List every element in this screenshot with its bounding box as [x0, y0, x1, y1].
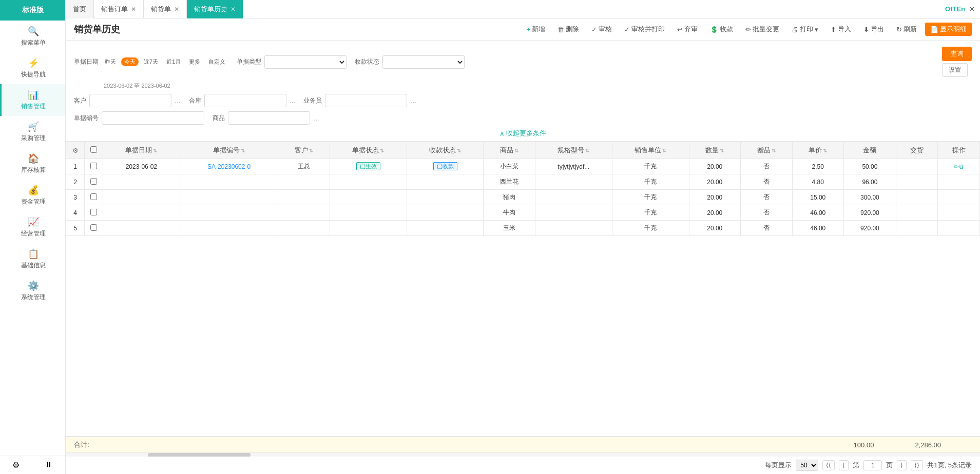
tab-sales-order[interactable]: 销售订单 ✕ — [94, 0, 144, 18]
query-button[interactable]: 查询 — [942, 47, 972, 61]
row-date: 2023-06-02 — [103, 159, 180, 174]
row-select-checkbox[interactable] — [90, 224, 97, 231]
copy-action-button[interactable]: ⧉ — [959, 163, 964, 170]
audit-print-button[interactable]: ✓ 审核并打印 — [620, 23, 669, 36]
sidebar-item-quick-nav[interactable]: ⚡ 快捷导航 — [0, 52, 65, 84]
date-chip-1month[interactable]: 近1月 — [163, 57, 184, 66]
print-button[interactable]: 🖨 打印 ▾ — [787, 23, 822, 36]
sort-gift-icon[interactable]: ⇅ — [772, 148, 776, 153]
sidebar-item-business-mgmt[interactable]: 📈 经营管理 — [0, 211, 65, 243]
doc-number-input[interactable] — [102, 111, 204, 125]
show-detail-button[interactable]: 📄 显示明细 — [925, 23, 972, 36]
sidebar-item-sales-mgmt[interactable]: 📊 销售管理 — [0, 84, 65, 116]
sort-customer-icon[interactable]: ⇅ — [309, 148, 313, 153]
edit-action-button[interactable]: ✏ — [954, 163, 959, 170]
row-date — [103, 190, 180, 205]
page-number-input[interactable] — [863, 460, 882, 470]
row-checkbox[interactable] — [85, 190, 103, 205]
sort-product-icon[interactable]: ⇅ — [514, 148, 518, 153]
tab-home[interactable]: 首页 — [66, 0, 94, 18]
sidebar-item-inventory[interactable]: 🏠 库存核算 — [0, 148, 65, 180]
date-chip-today[interactable]: 今天 — [121, 57, 139, 66]
row-number[interactable] — [180, 174, 278, 190]
warehouse-input[interactable] — [204, 94, 286, 107]
sidebar-bottom-settings[interactable]: ⚙ — [12, 460, 20, 470]
product-dots-icon[interactable]: ... — [313, 114, 319, 122]
per-page-select[interactable]: 50 — [796, 460, 818, 471]
customer-dots-icon[interactable]: ... — [175, 96, 181, 105]
collapse-button[interactable]: ∧ 收起更多条件 — [499, 129, 546, 138]
row-checkbox[interactable] — [85, 221, 103, 236]
scrollbar-thumb[interactable] — [148, 453, 251, 457]
abandon-button[interactable]: ↩ 弃审 — [673, 23, 702, 36]
sort-status-icon[interactable]: ⇅ — [380, 148, 384, 153]
row-select-checkbox[interactable] — [90, 193, 97, 200]
sidebar-item-basic-info[interactable]: 📋 基础信息 — [0, 243, 65, 275]
checkbox-col-header[interactable] — [85, 142, 103, 159]
row-number[interactable] — [180, 205, 278, 221]
sort-payment-icon[interactable]: ⇅ — [457, 148, 461, 153]
sidebar-item-label: 采购管理 — [21, 134, 46, 143]
date-chip-yesterday[interactable]: 昨天 — [102, 57, 119, 66]
window-close-icon[interactable]: ✕ — [969, 5, 975, 13]
settings-col-header[interactable]: ⚙ — [66, 142, 85, 159]
sort-unit-icon[interactable]: ⇅ — [662, 148, 666, 153]
collect-button[interactable]: 💲 收款 — [706, 23, 737, 36]
row-number[interactable] — [180, 221, 278, 236]
sort-qty-icon[interactable]: ⇅ — [720, 148, 724, 153]
set-button[interactable]: 设置 — [942, 63, 968, 77]
date-chip-7days[interactable]: 近7天 — [141, 57, 161, 66]
warehouse-dots-icon[interactable]: ... — [290, 96, 296, 105]
sort-price-icon[interactable]: ⇅ — [823, 148, 827, 153]
close-tab-sales-order-icon[interactable]: ✕ — [131, 6, 136, 13]
refresh-button[interactable]: ↻ 刷新 — [892, 23, 921, 36]
col-price-label: 单价 — [809, 146, 822, 155]
sidebar-item-search-menu[interactable]: 🔍 搜索菜单 — [0, 21, 65, 52]
row-select-checkbox[interactable] — [90, 163, 97, 169]
sort-spec-icon[interactable]: ⇅ — [585, 148, 589, 153]
salesperson-dots-icon[interactable]: ... — [410, 96, 416, 105]
sidebar-bottom-collapse[interactable]: ⏸ — [45, 460, 53, 470]
first-page-button[interactable]: ⟨⟨ — [822, 460, 835, 470]
table-settings-icon[interactable]: ⚙ — [72, 147, 79, 154]
row-select-checkbox[interactable] — [90, 178, 97, 185]
prev-page-button[interactable]: ⟨ — [839, 460, 849, 470]
row-checkbox[interactable] — [85, 159, 103, 174]
tab-sales-delivery[interactable]: 销货单 ✕ — [144, 0, 187, 18]
doc-type-select[interactable] — [264, 55, 347, 69]
date-chip-custom[interactable]: 自定义 — [205, 57, 228, 66]
product-input[interactable] — [228, 111, 310, 125]
row-index: 5 — [66, 221, 85, 236]
select-all-checkbox[interactable] — [90, 146, 97, 153]
row-number[interactable]: SA-20230602-0 — [180, 159, 278, 174]
tab-sales-history[interactable]: 销货单历史 ✕ — [187, 0, 243, 18]
sort-number-icon[interactable]: ⇅ — [241, 148, 245, 153]
col-status-label: 单据状态 — [352, 146, 379, 155]
payment-status-select[interactable] — [382, 55, 465, 69]
sort-date-icon[interactable]: ⇅ — [153, 148, 157, 153]
row-select-checkbox[interactable] — [90, 209, 97, 215]
export-label: 导出 — [871, 25, 884, 34]
date-chip-more[interactable]: 更多 — [186, 57, 203, 66]
col-header-number: 单据编号 ⇅ — [180, 142, 278, 159]
import-button[interactable]: ⬆ 导入 — [827, 23, 855, 36]
row-checkbox[interactable] — [85, 205, 103, 221]
abandon-label: 弃审 — [684, 25, 698, 34]
sidebar-item-finance[interactable]: 💰 资金管理 — [0, 180, 65, 211]
next-page-button[interactable]: ⟩ — [897, 460, 907, 470]
scrollbar-area[interactable] — [66, 452, 980, 457]
batch-change-button[interactable]: ✏ 批量变更 — [741, 23, 783, 36]
add-button[interactable]: + 新增 — [522, 23, 549, 36]
sidebar-item-purchase-mgmt[interactable]: 🛒 采购管理 — [0, 116, 65, 148]
sidebar-item-system-mgmt[interactable]: ⚙️ 系统管理 — [0, 275, 65, 307]
audit-button[interactable]: ✓ 审核 — [587, 23, 616, 36]
customer-input[interactable] — [89, 94, 171, 107]
delete-button[interactable]: 🗑 删除 — [553, 23, 583, 36]
close-tab-sales-delivery-icon[interactable]: ✕ — [174, 6, 179, 13]
close-tab-sales-history-icon[interactable]: ✕ — [230, 6, 236, 13]
row-checkbox[interactable] — [85, 174, 103, 190]
row-number[interactable] — [180, 190, 278, 205]
export-button[interactable]: ⬇ 导出 — [859, 23, 888, 36]
salesperson-input[interactable] — [325, 94, 407, 107]
last-page-button[interactable]: ⟩⟩ — [911, 460, 923, 470]
